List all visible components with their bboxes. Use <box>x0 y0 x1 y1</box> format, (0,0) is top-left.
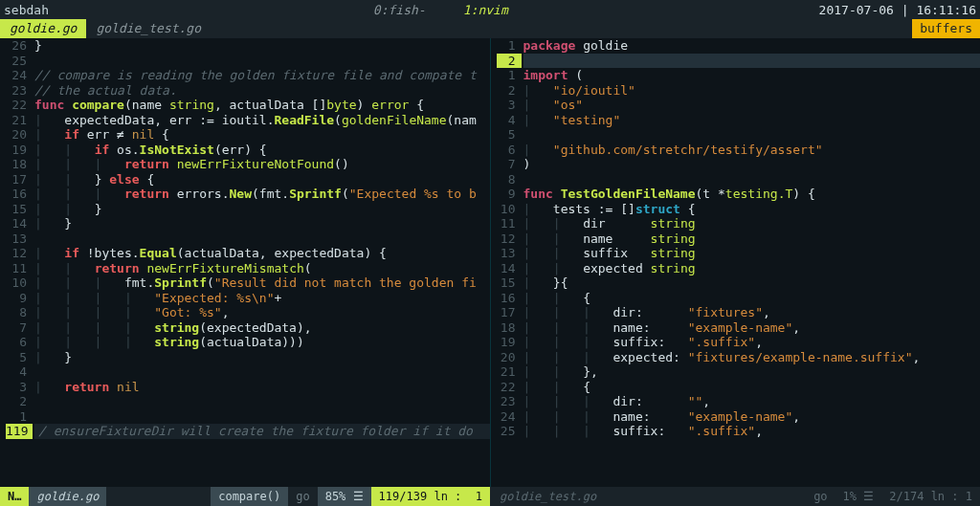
status-position-r: 2/174 ln : 1 <box>881 487 980 506</box>
editor-area[interactable]: 2625242322212019181716151413121110987654… <box>0 38 980 487</box>
statusline-right: goldie_test.go go 1% ☰ 2/174 ln : 1 <box>490 487 980 506</box>
right-pane[interactable]: 1212345678910111213141516171819202122232… <box>491 38 981 487</box>
status-percent: 85% ☰ <box>318 487 371 506</box>
clock: 2017-07-06 | 16:11:16 <box>819 3 976 17</box>
status-funcname: compare() <box>211 487 288 506</box>
status-position: 119/139 ln : 1 <box>371 487 490 506</box>
status-filetype-r: go <box>806 487 835 506</box>
buffer-tabline: goldie.go goldie_test.go buffers <box>0 19 980 38</box>
status-percent-r: 1% ☰ <box>835 487 882 506</box>
tab-goldie-test-go[interactable]: goldie_test.go <box>86 19 211 38</box>
mode-indicator: N… <box>0 487 29 506</box>
right-code[interactable]: package goldie import (| "io/ioutil"| "o… <box>523 38 981 487</box>
window-1[interactable]: 1:nvim <box>463 3 508 17</box>
status-filetype: go <box>288 487 317 506</box>
status-filename: goldie.go <box>29 487 106 506</box>
tmux-status-bar: sebdah 0:fish- 1:nvim 2017-07-06 | 16:11… <box>0 0 980 19</box>
left-gutter: 2625242322212019181716151413121110987654… <box>0 38 34 487</box>
status-filename-r: goldie_test.go <box>490 487 806 506</box>
left-code[interactable]: }// compare is reading the golden fixtur… <box>34 38 490 487</box>
buffers-badge[interactable]: buffers <box>912 19 980 38</box>
right-gutter: 1212345678910111213141516171819202122232… <box>491 38 523 487</box>
window-list[interactable]: 0:fish- 1:nvim <box>62 3 819 17</box>
left-pane[interactable]: 2625242322212019181716151413121110987654… <box>0 38 491 487</box>
session-name: sebdah <box>4 3 49 17</box>
window-0[interactable]: 0:fish- <box>373 3 426 17</box>
statusline-left: N… goldie.go compare() go 85% ☰ 119/139 … <box>0 487 490 506</box>
tab-goldie-go[interactable]: goldie.go <box>0 19 86 38</box>
